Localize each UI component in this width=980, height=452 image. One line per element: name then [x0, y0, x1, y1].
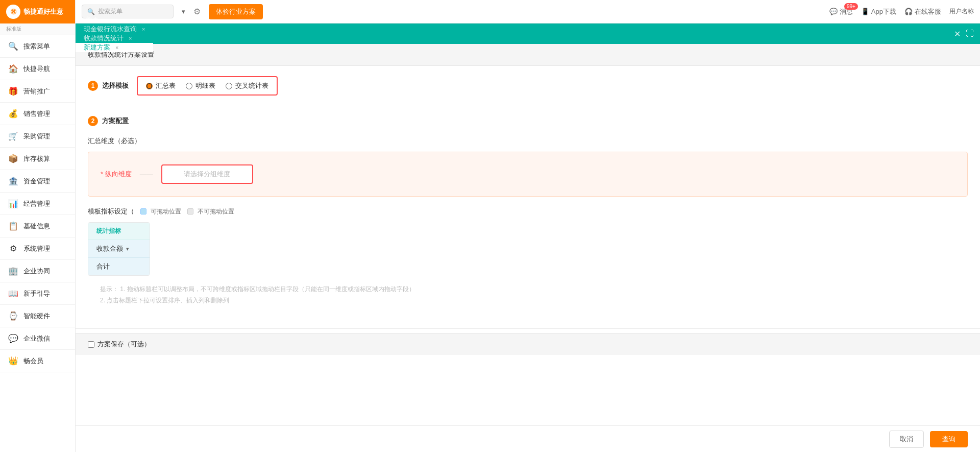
radio-summary-input[interactable] [146, 83, 153, 89]
sidebar-item-quick-nav[interactable]: 🏠快捷导航 [0, 58, 75, 80]
finance-icon: 🏦 [8, 176, 18, 186]
fixed-dot [187, 208, 193, 215]
sidebar-item-guide[interactable]: 📖新手引导 [0, 282, 75, 305]
sidebar-label-wechat: 企业微信 [23, 334, 50, 343]
metrics-item-1[interactable]: 合计 [88, 258, 150, 275]
sidebar-label-member: 畅会员 [23, 356, 43, 366]
radio-summary-label: 汇总表 [156, 81, 176, 90]
topbar-dropdown[interactable]: ▾ [182, 8, 185, 15]
trial-button[interactable]: 体验行业方案 [209, 4, 263, 19]
tab-close-bank[interactable]: × [142, 26, 145, 32]
content-area: 收款情况统计方案设置 1 选择模板 汇总表 [76, 44, 980, 452]
page-header: 收款情况统计方案设置 [76, 44, 980, 66]
query-button[interactable]: 查询 [930, 431, 968, 447]
close-window-icon[interactable]: ✕ [954, 29, 961, 39]
tab-label-collection: 收款情况统计 [84, 34, 124, 43]
step2-row: 2 方案配置 [88, 116, 968, 126]
metrics-item-label-0: 收款金额 [96, 244, 123, 253]
download-button[interactable]: 📱 App下载 [861, 7, 896, 16]
radio-detail-input[interactable] [186, 83, 192, 89]
sales-icon: 💰 [8, 109, 18, 118]
radio-cross-label: 交叉统计表 [235, 81, 268, 90]
tab-home[interactable]: 首页 [76, 15, 153, 25]
sidebar-item-hardware[interactable]: ⌚智能硬件 [0, 305, 75, 327]
dropdown-arrow-icon: ▾ [182, 8, 185, 15]
page-content: 收款情况统计方案设置 1 选择模板 汇总表 [76, 44, 980, 452]
step2-section: 2 方案配置 汇总维度（必选） 纵向维度 —— 请选择分组维度 [76, 116, 980, 324]
tab-label-new-plan: 新建方案 [84, 43, 110, 52]
template-selection-box: 汇总表 明细表 交叉统计表 [137, 76, 278, 96]
topbar-right: 💬 消息 99+ 📱 App下载 🎧 在线客服 用户名称 [829, 7, 974, 16]
save-checkbox-label[interactable]: 方案保存（可选） [88, 340, 151, 349]
metrics-item-0[interactable]: 收款金额▾ [88, 240, 150, 258]
radio-summary[interactable]: 汇总表 [146, 81, 176, 90]
sidebar-item-inventory[interactable]: 📦库存核算 [0, 148, 75, 170]
sidebar-label-search: 搜索菜单 [23, 42, 50, 51]
drag-legend-fixed: 不可拖动位置 [187, 207, 234, 216]
sidebar-item-enterprise[interactable]: 🏢企业协同 [0, 260, 75, 282]
sidebar-item-system[interactable]: ⚙系统管理 [0, 237, 75, 260]
system-icon: ⚙ [8, 244, 18, 253]
dimension-select[interactable]: 请选择分组维度 [161, 164, 253, 184]
tab-close-new-plan[interactable]: × [115, 44, 118, 51]
radio-detail-label: 明细表 [195, 81, 215, 90]
tabbar-actions: ✕ ⛶ [948, 29, 980, 39]
dimension-area: 纵向维度 —— 请选择分组维度 [88, 152, 968, 197]
step1-badge: 1 [88, 81, 98, 91]
sidebar-item-sales[interactable]: 💰销售管理 [0, 103, 75, 125]
logo-text: 畅捷通好生意 [23, 8, 63, 16]
service-label: 在线客服 [915, 7, 941, 16]
drag-legend-draggable: 可拖动位置 [140, 207, 181, 216]
service-icon: 🎧 [904, 8, 913, 15]
draggable-dot [140, 208, 146, 215]
sidebar-label-system: 系统管理 [23, 244, 50, 253]
purchase-icon: 🛒 [8, 131, 18, 141]
sidebar-item-marketing[interactable]: 🎁营销推广 [0, 80, 75, 103]
sidebar-item-member[interactable]: 👑畅会员 [0, 350, 75, 372]
step2-badge: 2 [88, 116, 98, 126]
save-checkbox[interactable] [88, 341, 94, 348]
settings-icon[interactable]: ⚙ [193, 7, 201, 16]
sidebar-item-finance[interactable]: 🏦资金管理 [0, 170, 75, 193]
hints-section: 提示： 1. 拖动标题栏可以调整布局，不可跨维度或指标区域拖动栏目字段（只能在同… [88, 276, 968, 314]
tab-collection[interactable]: 收款情况统计× [76, 34, 153, 43]
radio-cross[interactable]: 交叉统计表 [226, 81, 268, 90]
sidebar-label-marketing: 营销推广 [23, 87, 50, 96]
dimension-arrow-icon: —— [140, 171, 153, 178]
metrics-grid-header: 统计指标 [88, 223, 150, 240]
search-icon: 🔍 [8, 41, 18, 51]
tab-new-plan[interactable]: 新建方案× [76, 43, 153, 52]
sidebar-label-inventory: 库存核算 [23, 154, 50, 163]
dimension-section-title: 汇总维度（必选） [88, 136, 968, 146]
tab-bank[interactable]: 现金银行流水查询× [76, 25, 153, 34]
maximize-icon[interactable]: ⛶ [966, 29, 974, 38]
service-button[interactable]: 🎧 在线客服 [904, 7, 941, 16]
metrics-grid: 统计指标 收款金额▾合计 [88, 222, 150, 276]
download-label: App下载 [871, 7, 896, 16]
radio-cross-input[interactable] [226, 83, 232, 89]
action-bar: 取消 查询 [76, 425, 980, 452]
step1-section: 1 选择模板 汇总表 明细表 [76, 66, 980, 116]
member-icon: 👑 [8, 356, 18, 366]
row-dimension-label: 纵向维度 [101, 170, 132, 179]
user-info[interactable]: 用户名称 [949, 7, 974, 16]
cancel-button[interactable]: 取消 [889, 431, 924, 448]
user-label: 用户名称 [949, 7, 974, 16]
sidebar-label-sales: 销售管理 [23, 109, 50, 118]
tab-bar: 首页现金银行流水查询×收款情况统计×新建方案× ✕ ⛶ [76, 23, 980, 44]
save-label: 方案保存（可选） [97, 340, 151, 349]
fixed-label: 不可拖动位置 [198, 207, 234, 216]
sidebar-item-wechat[interactable]: 💬企业微信 [0, 327, 75, 350]
radio-detail[interactable]: 明细表 [186, 81, 215, 90]
sidebar-item-purchase[interactable]: 🛒采购管理 [0, 125, 75, 148]
footer-divider [76, 328, 980, 329]
marketing-icon: 🎁 [8, 86, 18, 96]
sidebar-item-search[interactable]: 🔍搜索菜单 [0, 35, 75, 58]
sidebar-item-basic[interactable]: 📋基础信息 [0, 215, 75, 237]
message-button[interactable]: 💬 消息 99+ [829, 7, 853, 16]
hint-1: 提示： 1. 拖动标题栏可以调整布局，不可跨维度或指标区域拖动栏目字段（只能在同… [100, 284, 955, 295]
chevron-down-icon: ▾ [126, 246, 129, 252]
sidebar-item-operations[interactable]: 📊经营管理 [0, 193, 75, 215]
topbar: 🔍 搜索菜单 ▾ ⚙ 体验行业方案 💬 消息 99+ 📱 App下载 🎧 在线客… [76, 0, 980, 23]
tab-close-collection[interactable]: × [129, 35, 132, 41]
